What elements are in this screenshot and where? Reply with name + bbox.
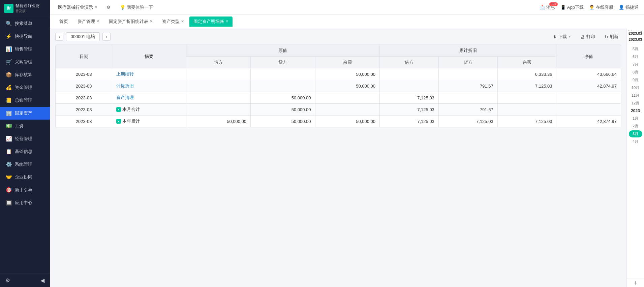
timeline-month[interactable]: 6月 [629,53,642,60]
timeline-scroll-down[interactable]: ⬇ [634,280,638,286]
tab-asset-type[interactable]: 资产类型✕ [158,17,188,27]
tab-close-asset-type[interactable]: ✕ [181,19,184,24]
sidebar-item-sales[interactable]: 📊销售管理 [0,43,50,56]
experience-icon: 💡 [120,5,125,10]
sidebar-item-collab[interactable]: 🤝企业协同 [0,171,50,184]
cell-acc-debit [380,68,439,80]
print-btn[interactable]: 🖨 打印 [578,32,598,41]
search-icon: 🔍 [5,21,12,27]
cell-acc-debit: 7,125.03 [380,116,439,127]
notification-badge: 99+ [549,2,558,6]
tab-close-asset-mgmt[interactable]: ✕ [96,19,99,24]
cell-date: 2023-03 [56,104,112,116]
experience-btn[interactable]: 💡 我要体验一下 [117,3,156,12]
tab-asset-mgmt[interactable]: 资产管理✕ [73,17,103,27]
toolbar-actions: ⬇ 下载 ▼ 🖨 打印 ↻ 刷新 [550,32,621,41]
company-selector[interactable]: 医疗器械行业演示 ▼ [55,3,100,12]
sidebar-item-apps[interactable]: 🔲应用中心 [0,196,50,209]
cell-orig-credit: 50,000.00 [251,116,315,127]
next-asset-btn[interactable]: › [102,33,111,41]
sidebar-item-fixed[interactable]: 🏢固定资产 [0,107,50,120]
sidebar-item-operation[interactable]: 📈经营管理 [0,132,50,145]
refresh-btn[interactable]: ↻ 刷新 [602,32,621,41]
sidebar-nav: 🔍搜索菜单⚡快捷导航📊销售管理🛒采购管理📦库存核算💰资金管理📒总账管理🏢固定资产… [0,17,50,274]
download-btn[interactable]: ⬇ 下载 ▼ [550,32,574,41]
sidebar-label-operation: 经营管理 [15,136,32,142]
timeline-month[interactable]: 2023 [629,107,642,114]
fixed-icon: 🏢 [5,110,12,116]
sidebar-item-ledger[interactable]: 📒总账管理 [0,94,50,107]
cell-orig-credit [251,68,315,80]
asset-nav: ‹ 000001 电脑 › [55,32,111,41]
refresh-label: 刷新 [610,34,618,40]
cell-net-value: 42,874.97 [556,116,621,127]
settings-icon[interactable]: ⚙ [5,277,10,284]
cell-net-value: 43,666.64 [556,68,621,80]
sidebar-item-search[interactable]: 🔍搜索菜单 [0,17,50,30]
collapse-icon[interactable]: ◀ [40,277,44,284]
cell-description: 资产清理 [112,92,186,104]
table-row: 2023-03 上期结转 50,000.00 6,333.36 43,666.6… [56,68,621,80]
sidebar-item-salary[interactable]: 💵工资 [0,120,50,132]
timeline-month[interactable]: 12月 [629,100,642,107]
expand-panel-icon[interactable]: ⛶ [628,29,632,34]
sub-acc-balance: 余额 [497,57,556,68]
newbie-icon: 🎯 [5,187,12,193]
timeline-month[interactable]: 10月 [629,84,642,91]
cell-acc-balance [497,104,556,116]
timeline-month[interactable]: 9月 [629,76,642,84]
download-icon: ⬇ [553,34,557,39]
sidebar-label-salary: 工资 [15,123,24,129]
sidebar-item-basic[interactable]: 📋基础信息 [0,145,50,158]
col-group-accumulated: 累计折旧 [380,45,556,57]
cell-orig-balance: 50,000.00 [315,68,380,80]
timeline-top-date2: 2023.03 [627,36,643,42]
tab-depreciation-table[interactable]: 固定资产折旧统计表✕ [105,17,157,27]
sidebar-label-quicknav: 快捷导航 [15,33,32,39]
cell-description: 上期结转 [112,68,186,80]
tab-close-depreciation-table[interactable]: ✕ [150,19,153,24]
support-btn[interactable]: 👨‍💼 在线客服 [589,4,613,10]
timeline-month[interactable]: 4月 [629,138,642,145]
timeline-month[interactable]: 8月 [629,69,642,76]
quicknav-icon: ⚡ [5,33,12,39]
download-btn[interactable]: 📱 App下载 [560,4,584,10]
dropdown-chevron: ▼ [568,35,571,38]
user-btn[interactable]: 👤 畅捷通 [619,4,639,10]
timeline-month[interactable]: 3月 [629,130,642,137]
cell-acc-debit: 7,125.03 [380,104,439,116]
sidebar-item-newbie[interactable]: 🎯新手引导 [0,184,50,196]
sidebar-item-system[interactable]: ⚙️系统管理 [0,158,50,171]
cell-acc-credit: 7,125.03 [438,116,497,127]
app-logo-icon: 财 [4,4,13,13]
sidebar-item-stock[interactable]: 📦库存核算 [0,68,50,81]
tab-label-asset-mgmt: 资产管理 [78,19,95,25]
experience-label: 我要体验一下 [127,4,153,10]
tab-home[interactable]: 首页 [55,17,72,27]
download-label: App下载 [567,4,584,10]
close-panel-icon[interactable]: ✕ [639,29,643,34]
sidebar-item-purchase[interactable]: 🛒采购管理 [0,56,50,68]
settings-menu[interactable]: ⚙ [103,3,114,11]
gear-icon: ⚙ [106,5,111,10]
row-tag: ▪ [116,119,121,124]
timeline-month[interactable]: 1月 [629,115,642,122]
ledger-icon: 📒 [5,97,12,103]
tab-asset-detail[interactable]: 固定资产明细账✕ [189,17,233,27]
cell-acc-debit [380,80,439,92]
timeline-month[interactable]: 2月 [629,123,642,130]
stock-icon: 📦 [5,72,12,78]
timeline-month[interactable]: 11月 [629,92,642,99]
col-description: 摘要 [112,45,186,68]
tab-close-asset-detail[interactable]: ✕ [225,19,228,24]
timeline-month[interactable]: 7月 [629,61,642,68]
purchase-icon: 🛒 [5,59,12,65]
table-row: 2023-03 计提折旧 50,000.00 791.67 7,125.03 4… [56,80,621,92]
capital-icon: 💰 [5,85,12,91]
timeline-month[interactable]: 5月 [629,45,642,53]
sidebar-item-capital[interactable]: 💰资金管理 [0,81,50,94]
sidebar-item-quicknav[interactable]: ⚡快捷导航 [0,30,50,43]
notifications-btn[interactable]: 📩 消息 99+ [540,4,555,10]
sidebar-logo: 财 畅捷通好业财 普及版 [0,0,50,17]
prev-asset-btn[interactable]: ‹ [55,33,63,41]
